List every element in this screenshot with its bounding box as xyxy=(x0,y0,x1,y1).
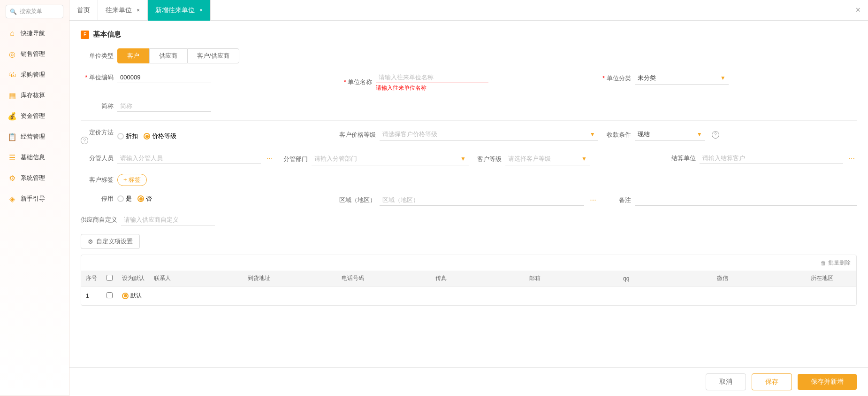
remark-input[interactable] xyxy=(635,194,857,206)
cancel-button[interactable]: 取消 xyxy=(706,373,746,390)
payment-help-icon[interactable]: ? xyxy=(712,131,719,139)
payment-terms-select[interactable]: 现结 ▼ xyxy=(635,128,705,141)
pricing-radio-inner-1 xyxy=(145,135,149,138)
batch-delete-button[interactable]: 🗑 批量删除 xyxy=(821,259,851,267)
unit-name-field: * 单位名称 请输入往来单位名称 xyxy=(339,72,598,92)
sidebar: 🔍 搜索菜单 ⌂快捷导航◎销售管理🛍采购管理▦库存核算💰资金管理📋经营管理☰基础… xyxy=(0,0,69,396)
disable-radio-label-1: 否 xyxy=(146,194,152,203)
delete-icon: 🗑 xyxy=(821,260,826,266)
select-all-checkbox[interactable] xyxy=(107,275,113,281)
cell-checkbox[interactable] xyxy=(102,287,117,305)
email-input[interactable] xyxy=(529,290,614,301)
unit-category-select[interactable]: 未分类 ▼ xyxy=(635,72,729,85)
remark-label: 备注 xyxy=(598,196,631,204)
add-tag-button[interactable]: + 标签 xyxy=(117,174,147,186)
sidebar-label-system: 系统管理 xyxy=(21,174,45,182)
sidebar-item-sales[interactable]: ◎销售管理 xyxy=(0,44,69,64)
phone-input[interactable] xyxy=(342,290,426,301)
col-phone: 电话号码 xyxy=(337,271,431,287)
sidebar-item-inventory[interactable]: ▦库存核算 xyxy=(0,85,69,106)
chevron-down-icon: ▼ xyxy=(697,131,702,138)
disable-radio-item-1[interactable]: 否 xyxy=(137,194,152,203)
short-name-input[interactable] xyxy=(117,101,211,112)
sidebar-item-guide[interactable]: ◈新手引导 xyxy=(0,188,69,209)
customer-level-placeholder: 请选择客户等级 xyxy=(508,155,551,163)
tab-close-partners[interactable]: × xyxy=(137,7,140,14)
default-radio-item[interactable]: 默认 xyxy=(122,292,145,300)
qq-input[interactable] xyxy=(623,290,708,301)
sidebar-label-basic: 基础信息 xyxy=(21,153,45,162)
customer-price-level-select[interactable]: 请选择客户价格等级 ▼ xyxy=(380,128,598,141)
tab-home[interactable]: 首页 xyxy=(69,0,98,21)
unit-type-btn-2[interactable]: 客户/供应商 xyxy=(187,48,239,63)
custom-settings-button[interactable]: ⚙ 自定义项设置 xyxy=(81,234,140,249)
manager-input[interactable] xyxy=(117,153,261,164)
row-checkbox[interactable] xyxy=(107,292,113,298)
sidebar-item-finance[interactable]: 💰资金管理 xyxy=(0,106,69,126)
disable-radio-outer-0 xyxy=(117,195,124,202)
contact-input[interactable] xyxy=(154,290,238,301)
sidebar-item-purchase[interactable]: 🛍采购管理 xyxy=(0,64,69,85)
custom-settings-area: ⚙ 自定义项设置 xyxy=(81,234,857,249)
department-select[interactable]: 请输入分管部门 ▼ xyxy=(312,153,469,165)
customer-level-label: 客户等级 xyxy=(469,155,502,163)
cell-seq: 1 xyxy=(81,287,102,305)
wechat-input[interactable] xyxy=(717,290,801,301)
cell-address[interactable] xyxy=(243,287,337,305)
cell-email[interactable] xyxy=(525,287,618,305)
sidebar-item-system[interactable]: ⚙系统管理 xyxy=(0,168,69,188)
search-menu-box[interactable]: 🔍 搜索菜单 xyxy=(6,5,63,18)
region-more-icon[interactable]: ··· xyxy=(588,196,598,204)
sidebar-item-ops[interactable]: 📋经营管理 xyxy=(0,126,69,147)
col-checkbox[interactable] xyxy=(102,271,117,287)
unit-name-input[interactable] xyxy=(376,72,488,83)
save-button[interactable]: 保存 xyxy=(752,373,792,390)
cell-qq[interactable] xyxy=(618,287,712,305)
disable-radio-inner-1 xyxy=(139,197,143,201)
table-header-row: 序号 设为默认 联系人 到货地址 电话号码 传真 邮箱 qq 微信 所在地区 操… xyxy=(81,271,857,287)
customer-tag-field: 客户标签 + 标签 xyxy=(81,174,857,186)
col-email: 邮箱 xyxy=(525,271,618,287)
unit-name-with-error: 请输入往来单位名称 xyxy=(376,72,598,92)
fax-input[interactable] xyxy=(435,290,520,301)
tab-close-new-partner[interactable]: × xyxy=(199,7,203,14)
address-input[interactable] xyxy=(248,290,332,301)
settlement-more-icon[interactable]: ··· xyxy=(847,154,857,163)
pricing-radio-item-0[interactable]: 折扣 xyxy=(117,132,138,140)
sidebar-item-quick-nav[interactable]: ⌂快捷导航 xyxy=(0,23,69,44)
cell-wechat[interactable] xyxy=(712,287,806,305)
settlement-unit-input[interactable] xyxy=(700,153,843,164)
sidebar-item-basic[interactable]: ☰基础信息 xyxy=(0,147,69,168)
cell-contact[interactable] xyxy=(149,287,243,305)
cell-region[interactable] xyxy=(806,287,857,305)
save-new-button[interactable]: 保存并新增 xyxy=(798,374,857,390)
col-address: 到货地址 xyxy=(243,271,337,287)
disable-label: 停用 xyxy=(81,194,114,203)
sidebar-label-quick-nav: 快捷导航 xyxy=(21,29,45,38)
row-region-input[interactable] xyxy=(811,290,857,301)
department-label: 分管部门 xyxy=(275,155,308,163)
supplier-custom-input[interactable] xyxy=(121,214,215,225)
sidebar-icon-sales: ◎ xyxy=(8,49,17,59)
search-icon: 🔍 xyxy=(10,8,17,15)
customer-level-select[interactable]: 请选择客户等级 ▼ xyxy=(505,153,590,165)
unit-type-btn-0[interactable]: 客户 xyxy=(117,48,149,63)
sidebar-search-area[interactable]: 🔍 搜索菜单 xyxy=(0,0,69,23)
sidebar-label-finance: 资金管理 xyxy=(21,112,45,120)
help-icon[interactable]: ? xyxy=(81,137,88,144)
unit-category-field: * 单位分类 未分类 ▼ xyxy=(598,72,857,85)
pricing-radio-outer-1 xyxy=(144,133,150,140)
tab-partners[interactable]: 往来单位× xyxy=(98,0,148,21)
region-input[interactable] xyxy=(380,194,584,206)
cell-fax[interactable] xyxy=(431,287,525,305)
cell-phone[interactable] xyxy=(337,287,431,305)
unit-type-btn-1[interactable]: 供应商 xyxy=(149,48,187,63)
payment-terms-label: 收款条件 xyxy=(598,131,631,139)
manager-more-icon[interactable]: ··· xyxy=(265,154,274,163)
tab-new-partner[interactable]: 新增往来单位× xyxy=(148,0,211,21)
unit-code-input[interactable] xyxy=(117,72,211,83)
sidebar-label-guide: 新手引导 xyxy=(21,194,45,203)
disable-radio-item-0[interactable]: 是 xyxy=(117,194,132,203)
close-all-button[interactable]: × xyxy=(848,5,868,15)
pricing-radio-item-1[interactable]: 价格等级 xyxy=(144,132,176,140)
